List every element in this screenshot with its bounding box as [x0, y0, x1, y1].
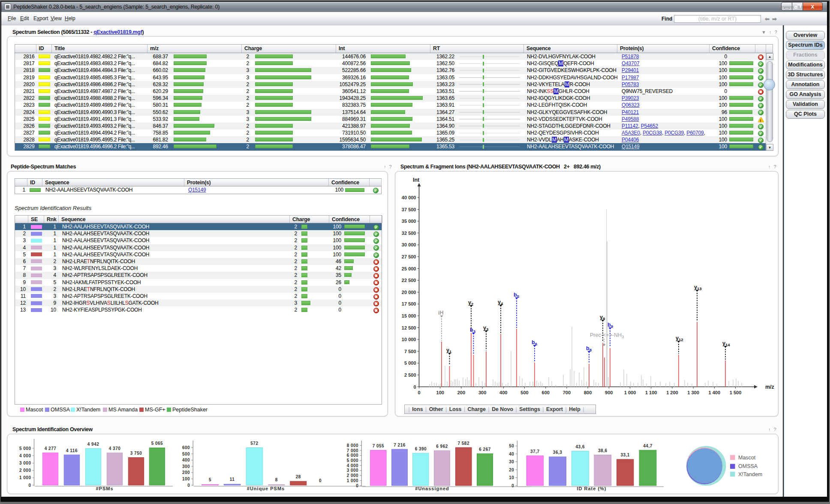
svg-text:40: 40	[509, 452, 514, 456]
svg-text:0: 0	[28, 483, 31, 488]
svg-text:40 000: 40 000	[402, 195, 416, 200]
svg-text:1 400: 1 400	[709, 390, 721, 395]
svg-text:900: 900	[605, 390, 613, 395]
svg-text:4 000: 4 000	[19, 453, 31, 458]
svg-text:11: 11	[230, 477, 235, 482]
svg-text:20: 20	[509, 468, 514, 472]
svg-text:#Unique PSMs: #Unique PSMs	[247, 486, 285, 491]
svg-text:28: 28	[296, 474, 301, 479]
svg-text:2 000: 2 000	[19, 468, 31, 473]
svg-text:17 500: 17 500	[402, 301, 416, 306]
svg-text:600: 600	[182, 445, 190, 450]
svg-text:20 000: 20 000	[402, 290, 416, 295]
svg-text:7 582: 7 582	[457, 441, 469, 446]
svg-text:7 500: 7 500	[404, 349, 416, 354]
svg-text:100: 100	[436, 390, 444, 395]
svg-text:800: 800	[584, 390, 592, 395]
svg-text:200: 200	[182, 470, 190, 475]
svg-text:1 000: 1 000	[624, 390, 636, 395]
svg-text:#PSMs: #PSMs	[96, 486, 113, 491]
svg-text:2 000: 2 000	[347, 473, 359, 478]
svg-text:1 300: 1 300	[687, 390, 699, 395]
svg-text:500: 500	[520, 390, 528, 395]
svg-text:m/z: m/z	[765, 384, 774, 390]
svg-text:6 267: 6 267	[479, 447, 491, 452]
svg-text:4 116: 4 116	[66, 448, 78, 453]
svg-text:0: 0	[187, 483, 190, 488]
svg-text:32 500: 32 500	[402, 231, 416, 236]
svg-text:36,3: 36,3	[553, 450, 562, 455]
svg-text:35 000: 35 000	[402, 219, 416, 224]
svg-text:X!Tandem: X!Tandem	[738, 471, 762, 477]
svg-text:#Unassigned: #Unassigned	[415, 486, 449, 491]
svg-text:1 200: 1 200	[666, 390, 678, 395]
svg-text:0: 0	[418, 390, 420, 395]
svg-text:0: 0	[511, 483, 514, 488]
svg-text:50: 50	[509, 444, 514, 448]
svg-text:15 000: 15 000	[402, 313, 416, 318]
svg-text:38,6: 38,6	[598, 448, 607, 453]
svg-text:1 500: 1 500	[730, 390, 742, 395]
svg-text:4 370: 4 370	[109, 446, 121, 451]
svg-text:8 000: 8 000	[347, 443, 359, 448]
svg-text:200: 200	[457, 390, 465, 395]
svg-text:6 390: 6 390	[415, 447, 427, 451]
svg-text:0: 0	[356, 483, 358, 488]
svg-text:2 500: 2 500	[404, 372, 416, 378]
svg-text:8: 8	[275, 477, 278, 482]
svg-text:OMSSA: OMSSA	[738, 463, 758, 469]
svg-text:7 000: 7 000	[347, 448, 359, 453]
svg-text:1 000: 1 000	[347, 478, 359, 483]
svg-text:600: 600	[542, 390, 550, 395]
svg-text:5 000: 5 000	[347, 458, 359, 463]
svg-text:7 216: 7 216	[394, 443, 406, 447]
svg-text:5: 5	[209, 477, 211, 482]
svg-text:1 000: 1 000	[19, 475, 31, 480]
svg-text:5 065: 5 065	[151, 441, 163, 446]
svg-text:43,6: 43,6	[576, 444, 585, 449]
svg-text:4 277: 4 277	[45, 446, 57, 451]
svg-text:Prec-<+>-NH3: Prec-<+>-NH3	[590, 332, 624, 339]
svg-text:iH: iH	[438, 310, 444, 316]
svg-text:7 055: 7 055	[373, 444, 385, 448]
svg-text:25 000: 25 000	[402, 266, 416, 271]
svg-text:5 000: 5 000	[404, 360, 416, 366]
svg-text:6 962: 6 962	[436, 444, 448, 449]
svg-text:44,7: 44,7	[643, 444, 652, 448]
svg-text:500: 500	[182, 452, 190, 456]
svg-text:37,7: 37,7	[530, 449, 539, 454]
svg-text:572: 572	[250, 441, 258, 446]
svg-text:5 000: 5 000	[19, 446, 31, 451]
svg-text:700: 700	[563, 390, 571, 395]
svg-text:3 000: 3 000	[347, 468, 359, 473]
svg-text:37 500: 37 500	[402, 207, 416, 212]
svg-text:3 000: 3 000	[19, 461, 31, 465]
svg-text:1 100: 1 100	[645, 390, 657, 395]
svg-text:12 500: 12 500	[402, 325, 416, 330]
svg-text:4 942: 4 942	[87, 442, 99, 447]
svg-text:Mascot: Mascot	[738, 455, 756, 461]
svg-text:300: 300	[182, 464, 190, 469]
svg-text:300: 300	[478, 390, 486, 395]
svg-text:30: 30	[509, 459, 514, 464]
svg-text:Int: Int	[413, 177, 420, 183]
svg-text:400: 400	[499, 390, 507, 395]
svg-text:6 000: 6 000	[347, 453, 359, 458]
svg-text:400: 400	[182, 458, 190, 462]
svg-text:100: 100	[182, 477, 190, 481]
svg-text:0: 0	[413, 384, 416, 390]
svg-text:10 000: 10 000	[402, 337, 416, 342]
svg-text:3 750: 3 750	[130, 451, 142, 456]
svg-text:10: 10	[509, 475, 514, 480]
svg-text:22 500: 22 500	[402, 278, 416, 283]
svg-text:ID Rate (%): ID Rate (%)	[577, 486, 606, 491]
svg-text:4 000: 4 000	[347, 463, 359, 468]
svg-text:0: 0	[319, 478, 322, 483]
svg-text:30 000: 30 000	[402, 242, 416, 247]
svg-text:27 500: 27 500	[402, 254, 416, 259]
svg-text:33,1: 33,1	[620, 453, 629, 457]
